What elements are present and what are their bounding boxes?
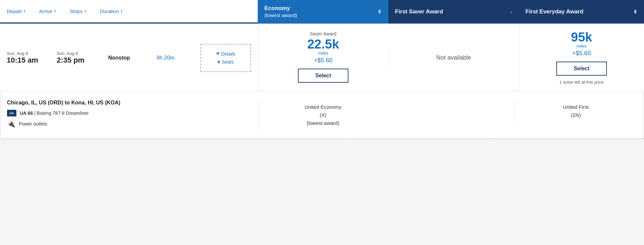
depart-date: Sun, Aug 8 (7, 51, 57, 56)
duration-label: Duration (100, 8, 119, 14)
saver-not-available: Not available (436, 54, 471, 61)
first-cabin-line2: (ZN) (525, 111, 627, 119)
seats-button[interactable]: Seats (218, 59, 234, 65)
flight-number: UA 66 (20, 110, 33, 116)
airline-row: UA UA 66 | Boeing 787-8 Dreamliner (7, 110, 252, 116)
flight-arrive: Sun, Aug 8 2:35 pm (57, 51, 108, 65)
details-label: Details (221, 51, 235, 57)
arrive-label: Arrive (39, 8, 52, 14)
saver-sort-icon[interactable]: ↓ (510, 9, 512, 14)
depart-time: 10:15 am (7, 56, 57, 65)
first-cabin-line1: United First (525, 103, 627, 111)
power-icon: 🔌 (7, 120, 15, 128)
details-everyday-col: United First (ZN) (514, 100, 637, 122)
economy-miles: 22.5k (307, 38, 339, 51)
flight-depart: Sun, Aug 8 10:15 am (7, 51, 57, 65)
stops-value: Nonstop (108, 55, 157, 61)
flight-section: Sun, Aug 8 10:15 am Sun, Aug 8 2:35 pm N… (0, 24, 644, 92)
seats-triangle-icon (218, 60, 220, 64)
everyday-award-header: First Everyday Award ⇕ (519, 0, 644, 23)
depart-col-header[interactable]: Depart ⇕ (7, 8, 26, 14)
everyday-select-button[interactable]: Select (556, 62, 607, 76)
everyday-ticket-left: 1 ticket left at this price (559, 80, 603, 85)
stops-col-header[interactable]: Stops ⇕ (70, 8, 86, 14)
details-left: Chicago, IL, US (ORD) to Kona, HI, US (K… (7, 100, 259, 128)
duration-value: 9h 20m (157, 55, 197, 61)
economy-cabin-line3: (lowest award) (269, 119, 377, 127)
aircraft-name: Boeing 787-8 Dreamliner (37, 110, 89, 116)
arrive-date: Sun, Aug 8 (57, 51, 108, 56)
economy-award-subtitle: (lowest award) (264, 12, 297, 19)
economy-award-col: Saver Award 22.5k miles +$5.60 Select (258, 24, 388, 91)
airline-info: UA 66 | Boeing 787-8 Dreamliner (20, 110, 89, 116)
airline-logo: UA (7, 110, 16, 116)
everyday-miles: 95k (571, 31, 592, 44)
flight-duration: 9h 20m (157, 55, 197, 61)
details-triangle-icon (216, 53, 220, 55)
details-section: Chicago, IL, US (ORD) to Kona, HI, US (K… (0, 92, 644, 139)
amenity-label: Power outlets (19, 121, 47, 127)
everyday-miles-unit: miles (576, 44, 586, 49)
header-row: Depart ⇕ Arrive ⇕ Stops ⇕ Duration ⇕ Eco… (0, 0, 644, 24)
economy-cabin-label: United Economy (X) (lowest award) (269, 103, 377, 127)
everyday-sort-icon[interactable]: ⇕ (633, 9, 637, 14)
saver-award-col: Not available (388, 48, 519, 68)
everyday-fees: +$5.60 (572, 50, 591, 57)
saver-award-header: First Saver Award ↓ (388, 0, 519, 23)
economy-fees: +$5.60 (314, 57, 333, 64)
depart-sort-icon: ⇕ (23, 9, 26, 13)
flight-info: Sun, Aug 8 10:15 am Sun, Aug 8 2:35 pm N… (0, 37, 258, 79)
arrive-sort-icon: ⇕ (54, 9, 56, 13)
everyday-award-col: 95k miles +$5.60 Select 1 ticket left at… (519, 24, 644, 91)
amenity-row: 🔌 Power outlets (7, 120, 252, 128)
economy-miles-unit: miles (318, 51, 328, 56)
seats-label: Seats (222, 59, 234, 65)
stops-label: Stops (70, 8, 82, 14)
details-economy-col: United Economy (X) (lowest award) (259, 100, 387, 131)
arrive-col-header[interactable]: Arrive ⇕ (39, 8, 56, 14)
economy-cabin-line2: (X) (269, 111, 377, 119)
economy-select-button[interactable]: Select (298, 69, 348, 83)
stops-sort-icon: ⇕ (84, 9, 87, 13)
first-cabin-label: United First (ZN) (525, 103, 627, 119)
economy-award-type: Saver Award (310, 31, 336, 36)
route-title: Chicago, IL, US (ORD) to Kona, HI, US (K… (7, 100, 252, 106)
flight-columns-header: Depart ⇕ Arrive ⇕ Stops ⇕ Duration ⇕ (0, 0, 258, 23)
flight-stops: Nonstop (108, 55, 157, 61)
arrive-time: 2:35 pm (57, 56, 108, 65)
economy-award-title: Economy (264, 5, 297, 12)
economy-sort-icon[interactable]: ⇕ (378, 9, 382, 14)
details-button[interactable]: Details (216, 51, 235, 57)
bottom-separator (0, 139, 644, 139)
economy-award-header: Economy (lowest award) ⇕ (258, 0, 388, 23)
main-container: Depart ⇕ Arrive ⇕ Stops ⇕ Duration ⇕ Eco… (0, 0, 644, 139)
economy-cabin-line1: United Economy (269, 103, 377, 111)
everyday-award-title: First Everyday Award (526, 8, 583, 15)
saver-award-title: First Saver Award (395, 8, 443, 15)
depart-label: Depart (7, 8, 22, 14)
flight-main-row: Sun, Aug 8 10:15 am Sun, Aug 8 2:35 pm N… (0, 24, 644, 91)
duration-sort-icon: ⇕ (120, 9, 123, 13)
duration-col-header[interactable]: Duration ⇕ (100, 8, 123, 14)
flight-actions: Details Seats (200, 44, 251, 72)
